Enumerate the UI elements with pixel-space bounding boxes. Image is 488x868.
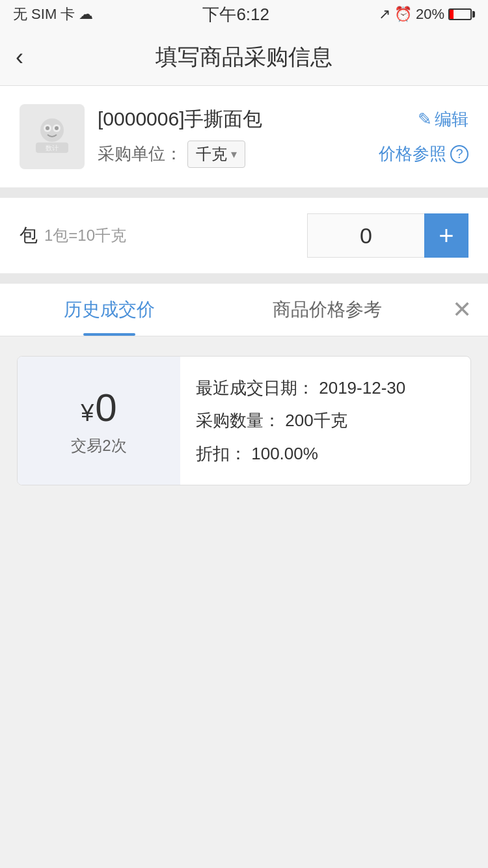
quantity-plus-button[interactable]: + <box>424 213 468 258</box>
deal-price-value: 0 <box>95 385 116 430</box>
edit-label: 编辑 <box>435 108 468 131</box>
price-ref-label: 价格参照 <box>379 142 446 165</box>
deal-count: 交易2次 <box>71 435 126 456</box>
status-left: 无 SIM 卡 ☁ <box>13 5 93 24</box>
deal-price-display: ¥ 0 <box>81 385 116 430</box>
product-card: 数计 [0000006]手撕面包 ✎ 编辑 采购单位： 千克 ▾ <box>0 86 488 187</box>
deal-quantity-row: 采购数量： 200千克 <box>196 409 455 432</box>
deal-discount-row: 折扣： 100.00% <box>196 442 455 465</box>
quantity-input[interactable] <box>307 213 424 258</box>
signal-text: 无 SIM 卡 ☁ <box>13 5 93 24</box>
deal-price-section: ¥ 0 交易2次 <box>18 357 180 485</box>
tab-bar: 历史成交价 商品价格参考 ✕ <box>0 284 488 336</box>
tab-history-label: 历史成交价 <box>64 297 155 322</box>
quantity-input-group: + <box>307 213 468 258</box>
deal-date-label: 最近成交日期： <box>196 378 314 398</box>
svg-point-0 <box>40 118 64 142</box>
tab-reference-label: 商品价格参考 <box>273 297 382 322</box>
divider-band-1 <box>0 187 488 198</box>
chevron-down-icon: ▾ <box>231 147 237 161</box>
svg-point-3 <box>46 126 49 130</box>
deal-discount-value: 100.00% <box>251 444 318 463</box>
tab-history[interactable]: 历史成交价 <box>0 284 218 336</box>
status-time: 下午6:12 <box>202 3 269 26</box>
battery-percent: 20% <box>416 6 444 23</box>
quantity-unit-label: 包 <box>20 223 38 248</box>
price-ref-button[interactable]: 价格参照 ? <box>379 142 468 165</box>
tab-reference[interactable]: 商品价格参考 <box>218 284 436 336</box>
help-icon: ? <box>450 145 468 163</box>
deal-discount-label: 折扣： <box>196 444 247 463</box>
status-bar: 无 SIM 卡 ☁ 下午6:12 ↗ ⏰ 20% <box>0 0 488 29</box>
unit-label-text: 采购单位： <box>98 142 182 165</box>
header: ‹ 填写商品采购信息 <box>0 29 488 86</box>
price-symbol: ¥ <box>81 400 94 427</box>
product-thumb-svg: 数计 <box>29 114 75 159</box>
deal-date-value: 2019-12-30 <box>319 378 405 398</box>
edit-button[interactable]: ✎ 编辑 <box>418 108 468 131</box>
product-unit-row: 采购单位： 千克 ▾ 价格参照 ? <box>98 141 468 168</box>
tab-active-indicator <box>83 333 135 336</box>
svg-point-4 <box>55 126 59 130</box>
unit-label: 采购单位： 千克 ▾ <box>98 141 245 168</box>
product-name: [0000006]手撕面包 <box>98 106 262 133</box>
quantity-unit-info: 1包=10千克 <box>44 225 126 246</box>
deal-card: ¥ 0 交易2次 最近成交日期： 2019-12-30 采购数量： 200千克 … <box>17 356 471 485</box>
unit-select[interactable]: 千克 ▾ <box>187 141 245 168</box>
divider-band-2 <box>0 273 488 284</box>
svg-text:数计: 数计 <box>46 144 59 152</box>
main-content: ¥ 0 交易2次 最近成交日期： 2019-12-30 采购数量： 200千克 … <box>0 356 488 746</box>
deal-detail-section: 最近成交日期： 2019-12-30 采购数量： 200千克 折扣： 100.0… <box>180 357 470 485</box>
unit-value: 千克 <box>196 144 227 165</box>
product-row: 数计 [0000006]手撕面包 ✎ 编辑 采购单位： 千克 ▾ <box>20 104 468 169</box>
deal-date-row: 最近成交日期： 2019-12-30 <box>196 376 455 400</box>
product-name-row: [0000006]手撕面包 ✎ 编辑 <box>98 106 468 133</box>
quantity-row: 包 1包=10千克 + <box>0 198 488 273</box>
alarm-icon: ⏰ <box>394 6 412 23</box>
deal-quantity-label: 采购数量： <box>196 411 280 430</box>
location-icon: ↗ <box>379 6 390 23</box>
quantity-label: 包 1包=10千克 <box>20 223 126 248</box>
battery-indicator <box>448 8 475 20</box>
tab-close-button[interactable]: ✕ <box>436 284 488 336</box>
status-right: ↗ ⏰ 20% <box>379 6 475 23</box>
edit-icon: ✎ <box>418 109 432 129</box>
page-title: 填写商品采购信息 <box>156 42 332 72</box>
product-thumbnail: 数计 <box>20 104 85 169</box>
deal-quantity-value: 200千克 <box>285 411 347 430</box>
back-button[interactable]: ‹ <box>16 44 23 71</box>
product-info: [0000006]手撕面包 ✎ 编辑 采购单位： 千克 ▾ 价格参照 ? <box>98 106 468 168</box>
